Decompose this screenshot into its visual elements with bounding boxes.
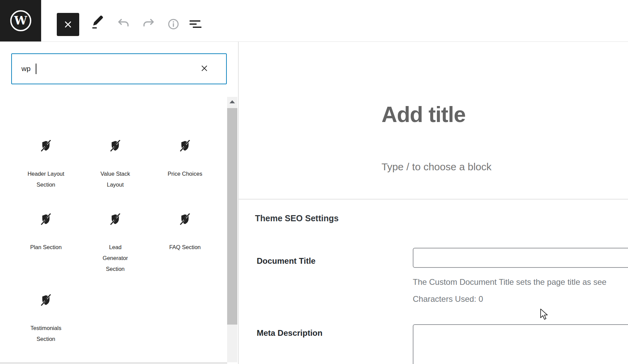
close-inserter-button[interactable] [57, 13, 79, 36]
undo-button[interactable] [117, 18, 130, 31]
list-view-button[interactable] [189, 19, 202, 31]
info-icon [167, 18, 180, 32]
shield-bolt-icon [11, 294, 81, 307]
sidebar-scrollbar-up-button[interactable] [227, 97, 237, 106]
shield-bolt-icon [81, 213, 150, 226]
wordpress-logo-icon: W [10, 10, 31, 31]
block-label: Header Layout Section [22, 168, 70, 190]
block-label: Testimonials Section [22, 323, 70, 344]
wordpress-editor-screen: W [0, 0, 628, 364]
block-label: FAQ Section [161, 242, 209, 253]
text-caret [36, 64, 36, 74]
close-icon [64, 20, 72, 29]
document-title-help: The Custom Document Title sets the page … [413, 277, 607, 287]
shield-bolt-icon [150, 140, 220, 153]
block-result-plan-section[interactable]: Plan Section [11, 213, 81, 253]
block-result-header-layout-section[interactable]: Header Layout Section [11, 140, 81, 190]
block-label: Value Stack Layout [91, 168, 139, 190]
sidebar-horizontal-scrollbar[interactable] [0, 362, 227, 364]
characters-used-counter: Characters Used: 0 [413, 294, 483, 304]
details-button[interactable] [167, 19, 180, 31]
meta-description-label: Meta Description [257, 328, 322, 338]
shield-bolt-icon [11, 213, 81, 226]
wordpress-logo[interactable]: W [0, 0, 41, 41]
block-result-value-stack-layout[interactable]: Value Stack Layout [81, 140, 150, 190]
redo-button[interactable] [142, 18, 155, 31]
block-label: Price Choices [161, 168, 209, 179]
block-label: Plan Section [22, 242, 70, 253]
list-view-icon [189, 18, 202, 32]
block-result-testimonials-section[interactable]: Testimonials Section [11, 294, 81, 344]
mouse-cursor [540, 309, 549, 323]
redo-icon [142, 18, 155, 31]
shield-bolt-icon [81, 140, 150, 153]
block-search-box [11, 53, 227, 84]
sidebar-divider [238, 41, 239, 364]
block-result-lead-generator-section[interactable]: Lead Generator Section [81, 213, 150, 274]
post-title-placeholder[interactable]: Add title [381, 102, 465, 127]
metabox-divider [239, 199, 628, 200]
block-appender-placeholder[interactable]: Type / to choose a block [381, 161, 492, 173]
shield-bolt-icon [11, 140, 81, 153]
clear-search-button[interactable] [198, 62, 211, 75]
block-result-price-choices[interactable]: Price Choices [150, 140, 220, 179]
undo-icon [117, 18, 130, 31]
meta-description-textarea[interactable] [413, 324, 628, 364]
sidebar-scrollbar-thumb[interactable] [227, 108, 237, 325]
edit-mode-button[interactable] [90, 16, 105, 31]
clear-search-icon [200, 64, 208, 73]
block-label: Lead Generator Section [98, 242, 132, 274]
document-title-label: Document Title [257, 256, 316, 266]
block-search-input[interactable] [21, 54, 198, 83]
block-result-faq-section[interactable]: FAQ Section [150, 213, 220, 253]
shield-bolt-icon [150, 213, 220, 226]
seo-panel-heading: Theme SEO Settings [255, 213, 339, 223]
wordpress-logo-letter: W [14, 15, 27, 26]
pencil-icon [90, 15, 105, 32]
document-title-input[interactable] [413, 248, 628, 268]
scroll-up-arrow-icon [230, 100, 235, 103]
